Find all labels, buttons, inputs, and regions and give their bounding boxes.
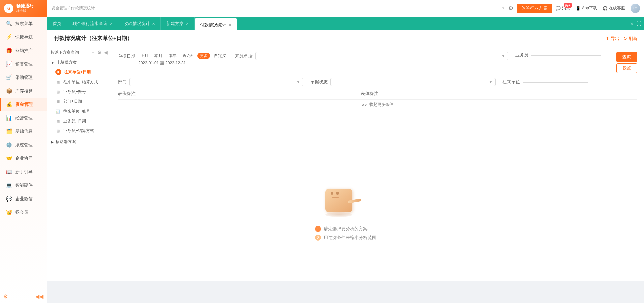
- date-btn-more[interactable]: 更多: [197, 53, 210, 59]
- sidebar-item-purchase[interactable]: 🛒 采购管理: [0, 71, 47, 84]
- date-btn-7days[interactable]: 近7天: [181, 52, 195, 60]
- page-title: 付款情况统计（往来单位+日期）: [54, 35, 133, 42]
- scheme-item-counterpart-settlement[interactable]: ▦ 往来单位+结算方式: [47, 77, 111, 87]
- page-actions: ⬆ 导出 ↻ 刷新: [606, 36, 637, 42]
- body-note-filter-label: 表体备注: [361, 91, 378, 97]
- date-btn-this-year[interactable]: 本年: [167, 52, 179, 60]
- scheme-item-salesperson-account[interactable]: ▦ 业务员+账号: [47, 87, 111, 97]
- management-icon: 📊: [6, 115, 12, 121]
- trial-button[interactable]: 体验行业方案: [517, 4, 552, 13]
- query-button[interactable]: 查询: [616, 52, 637, 62]
- filter-main: 单据日期 上月 本月 本年 近7天 更多 自定义 2022-01-01 至 20…: [111, 47, 644, 148]
- robot-eye-left: [331, 192, 333, 195]
- counterpart-filter-label: 往来单位: [502, 79, 520, 85]
- sidebar-item-finance[interactable]: 💰 资金管理: [0, 98, 47, 111]
- member-icon: 👑: [6, 209, 12, 216]
- breadcrumb: 资金管理 / 付款情况统计: [51, 5, 498, 11]
- close-all-tabs-btn[interactable]: ✕: [630, 21, 634, 26]
- scheme-group-mobile-expand-icon: ▶: [51, 140, 54, 144]
- dept-select[interactable]: ▼: [129, 78, 303, 86]
- scheme-panel-header: 按以下方案查询 ＋ ⚙ ◀: [47, 47, 111, 58]
- purchase-icon: 🛒: [6, 74, 12, 81]
- docstatus-select[interactable]: ▼: [330, 78, 496, 86]
- scheme-group-mobile-header[interactable]: ▶ 移动端方案: [47, 137, 111, 146]
- sidebar-item-wechat[interactable]: 💬 企业微信: [0, 192, 47, 206]
- app-download-btn[interactable]: 📱 App下载: [576, 5, 597, 11]
- maximize-btn[interactable]: ⛶: [637, 21, 641, 26]
- scheme-add-btn[interactable]: ＋: [91, 49, 95, 55]
- sidebar-footer: ⚙ ◀◀: [0, 290, 47, 303]
- scheme-group-mobile: ▶ 移动端方案: [47, 137, 111, 146]
- tab-new-scheme[interactable]: 新建方案 ✕: [161, 17, 195, 30]
- sidebar-item-search[interactable]: 🔍 搜索菜单: [0, 17, 47, 30]
- sidebar-item-member[interactable]: 👑 畅会员: [0, 206, 47, 219]
- source-select[interactable]: ▼: [255, 52, 508, 60]
- sidebar-collapse-btn[interactable]: ◀◀: [35, 293, 43, 300]
- user-avatar[interactable]: Rit: [631, 4, 640, 13]
- date-btn-this-month[interactable]: 本月: [152, 52, 165, 60]
- table-scheme-icon3: ▦: [55, 99, 61, 104]
- tabbar-end-actions: ✕ ⛶: [627, 17, 644, 30]
- robot-shadow: [325, 212, 352, 217]
- tab-close-icon[interactable]: ✕: [228, 23, 231, 27]
- scheme-group-desktop-header[interactable]: ▼ 电脑端方案: [47, 58, 111, 67]
- tab-payment-stats[interactable]: 付款情况统计 ✕: [195, 18, 237, 30]
- sidebar-item-quicknav[interactable]: ⚡ 快捷导航: [0, 30, 47, 44]
- tab-home[interactable]: 首页: [47, 17, 67, 30]
- empty-state-illustration: [319, 175, 373, 219]
- date-filter-label: 单据日期: [118, 52, 136, 59]
- salesperson-more-btn[interactable]: ···: [603, 52, 610, 58]
- step-num-2: 2: [315, 235, 321, 241]
- sidebar-item-management[interactable]: 📊 经营管理: [0, 111, 47, 125]
- active-scheme-icon: [55, 69, 61, 75]
- topbar-settings-icon[interactable]: ⚙: [508, 5, 513, 11]
- refresh-button[interactable]: ↻ 刷新: [623, 36, 637, 42]
- date-btn-last-month[interactable]: 上月: [138, 52, 150, 60]
- export-button[interactable]: ⬆ 导出: [606, 36, 619, 42]
- filter-settings-button[interactable]: 设置: [616, 63, 637, 73]
- sidebar-item-system[interactable]: ⚙️ 系统管理: [0, 138, 47, 152]
- main-area: 资金管理 / 付款情况统计 ▼ ⚙ 体验行业方案 💬 消息 99+ 📱 App下…: [47, 0, 644, 303]
- online-service-btn[interactable]: 🎧 在线客服: [603, 5, 625, 11]
- empty-state-line-1: 1 请先选择要分析的方案: [315, 226, 376, 232]
- sidebar-item-basic[interactable]: 🗂️ 基础信息: [0, 125, 47, 138]
- scheme-group-desktop: ▼ 电脑端方案 往来单位+日期 ▦ 往来单位+结算方式 ▦: [47, 58, 111, 136]
- body-note-input[interactable]: [381, 93, 597, 94]
- sidebar-item-sales[interactable]: 📈 销售管理: [0, 57, 47, 71]
- scheme-item-counterpart-account[interactable]: 📊 往来单位+账号: [47, 107, 111, 116]
- empty-state: 1 请先选择要分析的方案 2 用过滤条件来缩小分析范围: [47, 148, 644, 281]
- date-filter-options: 上月 本月 本年 近7天 更多 自定义 2022-01-01 至 2022-12…: [138, 52, 228, 66]
- sidebar-item-cooperation[interactable]: 🤝 企业协同: [0, 152, 47, 165]
- date-btn-custom[interactable]: 自定义: [212, 52, 228, 60]
- logo-text: 畅捷通巧 标准版: [16, 3, 34, 13]
- export-icon: ⬆: [606, 36, 609, 41]
- collapse-conditions-btn[interactable]: ∧∧ 收起更多条件: [118, 99, 637, 110]
- scheme-item-salesperson-date[interactable]: ▦ 业务员+日期: [47, 116, 111, 126]
- sidebar-item-marketing[interactable]: 🎁 营销推广: [0, 44, 47, 57]
- scheme-group-expand-icon: ▼: [51, 60, 55, 65]
- tab-close-icon[interactable]: ✕: [110, 22, 113, 26]
- table-scheme-icon4: ▦: [55, 119, 61, 124]
- scheme-item-salesperson-settlement[interactable]: ▦ 业务员+结算方式: [47, 126, 111, 136]
- service-icon: 🎧: [603, 6, 608, 11]
- scheme-settings-btn[interactable]: ⚙: [97, 50, 102, 55]
- tab-close-icon[interactable]: ✕: [152, 22, 155, 26]
- sidebar-settings-btn[interactable]: ⚙: [3, 293, 8, 300]
- sidebar-item-hardware[interactable]: 💻 智能硬件: [0, 179, 47, 192]
- tab-receipt-stats[interactable]: 收款情况统计 ✕: [118, 17, 161, 30]
- marketing-icon: 🎁: [6, 47, 12, 54]
- sidebar-item-guide[interactable]: 📖 新手引导: [0, 165, 47, 179]
- sidebar-item-inventory[interactable]: 📦 库存核算: [0, 84, 47, 98]
- scheme-item-counterpart-date[interactable]: 往来单位+日期: [47, 67, 111, 77]
- scheme-item-dept-date[interactable]: ▦ 部门+日期: [47, 97, 111, 107]
- svg-point-0: [57, 71, 59, 73]
- filter-scheme-area: 按以下方案查询 ＋ ⚙ ◀ ▼ 电脑端方案: [47, 47, 644, 148]
- header-note-input[interactable]: [138, 93, 354, 94]
- search-icon: 🔍: [6, 20, 12, 27]
- tab-close-icon[interactable]: ✕: [186, 22, 189, 26]
- tab-cash-flow[interactable]: 现金银行流水查询 ✕: [67, 17, 118, 30]
- messages-btn[interactable]: 💬 消息 99+: [556, 5, 570, 11]
- counterpart-more-btn[interactable]: ···: [590, 79, 597, 85]
- guide-icon: 📖: [6, 169, 12, 175]
- scheme-collapse-btn[interactable]: ◀: [104, 50, 108, 55]
